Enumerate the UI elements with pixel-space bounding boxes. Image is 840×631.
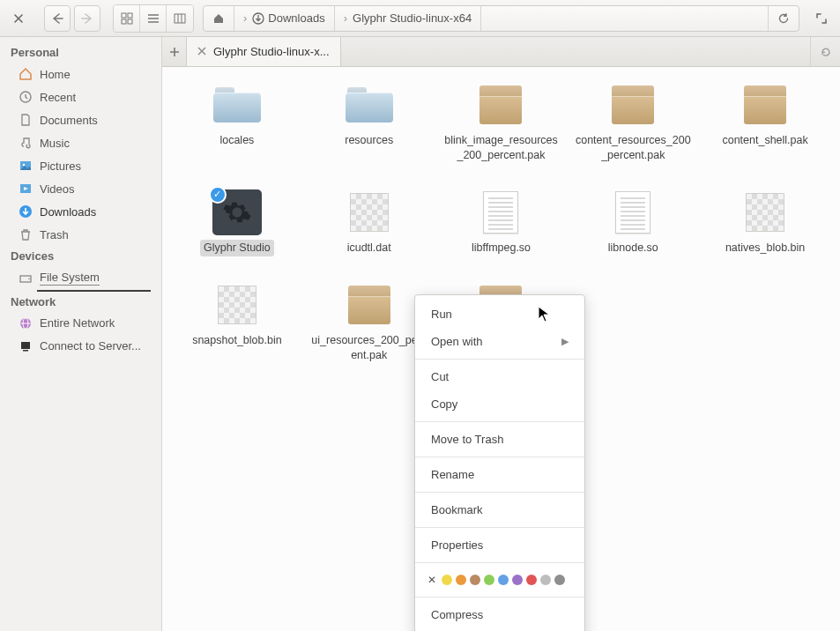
home-icon [212,12,225,25]
ctx-move-trash[interactable]: Move to Trash [415,426,584,453]
videos-icon [19,182,33,196]
tab-current[interactable]: Glyphr Studio-linux-x... [187,37,341,66]
file-item-icudtl[interactable]: icudtl.dat [303,190,435,256]
sidebar-item-pictures[interactable]: Pictures [0,154,161,177]
sidebar-item-recent[interactable]: Recent [0,85,161,108]
path-downloads[interactable]: › Downloads [234,6,335,31]
grid-icon [121,12,133,25]
ctx-run[interactable]: Run [415,301,584,328]
download-folder-icon [252,12,264,25]
package-icon [612,85,654,124]
close-tab-button[interactable] [197,45,206,58]
file-item-libffmpeg[interactable]: libffmpeg.so [435,190,568,256]
color-tag-dot[interactable] [470,575,480,585]
file-label: Glyphr Studio [200,240,274,256]
ctx-compress[interactable]: Compress [415,601,584,628]
globe-icon [19,316,33,330]
file-grid[interactable]: localesresourcesblink_image_resources_20… [162,67,840,631]
color-tag-dot[interactable] [442,575,452,585]
color-tag-dot[interactable] [540,575,551,585]
file-item-blink[interactable]: blink_image_resources_200_percent.pak [435,83,568,164]
list-icon [147,13,160,24]
path-home[interactable] [204,6,234,31]
file-item-libnode[interactable]: libnode.so [567,190,699,256]
color-tag-dot[interactable] [512,575,523,585]
chevron-right-icon: ▶ [561,336,569,347]
file-item-natives[interactable]: natives_blob.bin [699,190,831,256]
file-label: icudtl.dat [344,240,395,256]
package-icon [744,85,786,124]
ctx-copy[interactable]: Copy [415,390,584,418]
separator [415,597,584,598]
plus-icon [169,47,180,57]
sidebar-item-music[interactable]: Music [0,131,161,154]
back-button[interactable] [44,5,71,32]
sidebar-item-label: Music [40,137,70,150]
binary-icon [218,286,256,324]
sidebar-item-videos[interactable]: Videos [0,177,161,200]
sidebar-item-documents[interactable]: Documents [0,108,161,131]
refresh-button[interactable] [768,6,799,31]
file-label: resources [341,132,397,149]
tab-bar: Glyphr Studio-linux-x... [162,37,840,67]
ctx-label: Bookmark [431,503,483,516]
sidebar-item-label: Recent [40,91,76,104]
file-item-content_shell[interactable]: content_shell.pak [699,83,831,164]
view-icons-button[interactable] [114,5,140,32]
file-item-glyphr[interactable]: ✓Glyphr Studio [171,190,303,256]
server-icon [19,339,33,353]
sidebar-item-home[interactable]: Home [0,63,161,85]
ctx-open-with[interactable]: Open with▶ [415,328,584,355]
path-current-folder[interactable]: › Glyphr Studio-linux-x64 [335,6,481,31]
sidebar-heading-personal: Personal [0,42,161,63]
ctx-bookmark[interactable]: Bookmark [415,496,584,523]
file-item-resources[interactable]: resources [303,83,435,164]
file-item-locales[interactable]: locales [171,83,303,164]
view-list-button[interactable] [140,5,167,32]
ctx-color-tags: ✕ [415,567,584,593]
folder-icon [213,87,261,122]
color-tag-dot[interactable] [554,575,565,585]
ctx-label: Move to Trash [431,433,503,446]
maximize-icon [815,12,828,25]
separator [415,421,584,422]
ctx-properties[interactable]: Properties [415,531,584,559]
svg-rect-4 [175,14,185,23]
home-icon [19,67,33,81]
forward-button[interactable] [74,5,100,32]
sidebar-heading-network: Network [0,292,161,312]
folder-icon [346,87,393,122]
arrow-right-icon [80,13,94,24]
ctx-cut[interactable]: Cut [415,363,584,390]
new-tab-button[interactable] [162,37,187,66]
check-badge-icon: ✓ [209,186,227,204]
color-tag-dot[interactable] [498,575,509,585]
close-icon [13,13,24,24]
sidebar-item-network[interactable]: Entire Network [0,312,161,335]
close-window-button[interactable] [5,5,32,32]
file-label: libnode.so [605,240,662,256]
sidebar-item-trash[interactable]: Trash [0,223,161,246]
sidebar-item-downloads[interactable]: Downloads [0,200,161,223]
chevron-right-icon: › [243,11,249,25]
package-icon [348,286,390,324]
separator [415,359,584,360]
svg-rect-15 [21,342,30,349]
sidebar-item-filesystem[interactable]: File System [0,266,161,290]
color-tag-dot[interactable] [526,575,537,585]
clear-color-button[interactable]: ✕ [426,574,438,586]
file-item-snapshot[interactable]: snapshot_blob.bin [171,283,303,364]
color-tag-dot[interactable] [484,575,494,585]
maximize-button[interactable] [808,5,835,32]
ctx-rename[interactable]: Rename [415,461,584,488]
file-item-content_res[interactable]: content_resources_200_percent.pak [567,83,699,164]
sidebar-item-connect-server[interactable]: Connect to Server... [0,335,161,358]
content-area: Glyphr Studio-linux-x... localesresource… [162,37,840,631]
file-label: locales [216,132,257,149]
tab-history-button[interactable] [810,37,840,66]
path-current-label: Glyphr Studio-linux-x64 [353,11,472,25]
close-icon [197,47,206,56]
color-tag-dot[interactable] [456,575,466,585]
view-columns-button[interactable] [167,5,193,32]
music-icon [19,136,33,150]
